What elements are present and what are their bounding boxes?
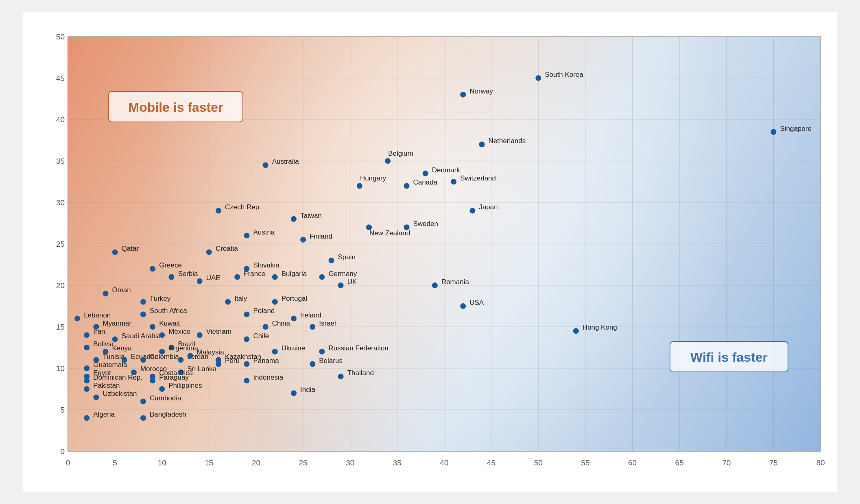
data-point: [168, 274, 174, 280]
point-label: Serbia: [178, 270, 198, 278]
point-label: Japan: [479, 203, 498, 211]
svg-text:5: 5: [113, 458, 117, 467]
point-label: Algeria: [93, 411, 115, 418]
point-label: Uzbekistan: [103, 390, 137, 398]
point-label: Spain: [338, 253, 356, 261]
point-label: Netherlands: [489, 137, 526, 145]
point-label: Tunisia: [103, 353, 125, 361]
data-point: [112, 249, 118, 255]
data-point: [84, 332, 89, 338]
point-label: Cambodia: [150, 394, 181, 402]
point-label: India: [300, 386, 315, 393]
point-label: Indonesia: [253, 374, 283, 381]
data-point: [188, 353, 193, 358]
svg-text:25: 25: [56, 240, 65, 248]
data-point: [103, 291, 109, 296]
point-label: China: [272, 319, 290, 327]
point-label: Russian Federation: [328, 344, 388, 352]
svg-text:5: 5: [60, 406, 65, 414]
data-point: [244, 337, 249, 342]
data-point: [319, 349, 325, 354]
point-label: Slovakia: [253, 261, 279, 269]
point-label: Ireland: [300, 311, 321, 319]
point-label: Saudi Arabia: [122, 332, 161, 340]
data-point: [140, 415, 146, 421]
point-label: Portugal: [282, 295, 307, 302]
data-point: [338, 282, 344, 288]
point-label: Norway: [469, 87, 493, 95]
point-label: Belarus: [319, 357, 343, 365]
data-point: [385, 158, 391, 164]
point-label: Panama: [253, 357, 279, 365]
data-point: [93, 394, 99, 400]
point-label: Switzerland: [460, 174, 496, 182]
data-point: [234, 274, 240, 280]
data-point: [225, 299, 231, 305]
data-point: [451, 179, 456, 185]
point-label: Germany: [328, 270, 357, 278]
data-point: [244, 311, 249, 317]
svg-text:30: 30: [346, 458, 354, 467]
data-point: [404, 183, 410, 189]
point-label: USA: [469, 299, 484, 306]
point-label: UK: [347, 278, 357, 286]
data-point: [263, 324, 268, 330]
data-point: [159, 332, 165, 338]
point-label: Canada: [413, 178, 438, 186]
data-point: [300, 237, 306, 243]
point-label: Philippines: [168, 382, 202, 389]
point-label: Sweden: [413, 220, 438, 228]
point-label: France: [244, 270, 265, 278]
point-label: Qatar: [122, 245, 139, 252]
point-label: Denmark: [432, 166, 460, 174]
data-point: [197, 332, 203, 338]
data-point: [206, 249, 212, 255]
data-point: [432, 282, 438, 288]
data-point: [159, 386, 165, 392]
point-label: Ukraine: [282, 344, 306, 352]
point-label: Mexico: [168, 328, 190, 335]
point-label: Colombia: [150, 353, 179, 361]
data-point: [329, 258, 334, 263]
data-point: [771, 129, 776, 135]
point-label: Chile: [253, 332, 269, 340]
point-label: Hong Kong: [583, 324, 617, 331]
point-label: Lebanon: [84, 311, 111, 319]
point-label: South Korea: [545, 71, 583, 78]
data-point: [423, 171, 428, 176]
data-point: [338, 374, 344, 379]
svg-text:45: 45: [487, 458, 495, 467]
svg-text:75: 75: [769, 458, 778, 467]
wifi-faster-label: Wifi is faster: [690, 350, 768, 365]
data-point: [272, 349, 278, 354]
point-label: Israel: [319, 319, 336, 327]
svg-text:30: 30: [56, 198, 65, 207]
point-label: Peru: [225, 357, 240, 365]
data-point: [150, 378, 155, 384]
data-point: [460, 92, 466, 98]
point-label: Thailand: [347, 369, 374, 377]
svg-text:60: 60: [628, 458, 637, 467]
point-label: Vietnam: [206, 328, 231, 335]
data-point: [310, 361, 315, 367]
svg-text:0: 0: [60, 447, 65, 456]
point-label: Finland: [310, 232, 332, 240]
point-label: Bolivia: [93, 340, 114, 348]
point-label: Italy: [234, 295, 247, 302]
point-label: Bulgaria: [282, 270, 307, 278]
data-point: [479, 141, 485, 147]
point-label: Kenya: [112, 344, 132, 352]
svg-text:25: 25: [299, 458, 308, 467]
svg-text:55: 55: [581, 458, 589, 467]
data-point: [140, 357, 146, 363]
point-label: Pakistan: [93, 382, 120, 389]
data-point: [573, 328, 579, 334]
data-point: [291, 316, 297, 322]
data-point: [460, 303, 466, 309]
point-label: Argentina: [168, 344, 198, 352]
data-point: [140, 311, 146, 317]
data-point: [244, 361, 249, 367]
data-point: [272, 274, 278, 280]
data-point: [84, 345, 89, 350]
data-point: [263, 162, 268, 168]
